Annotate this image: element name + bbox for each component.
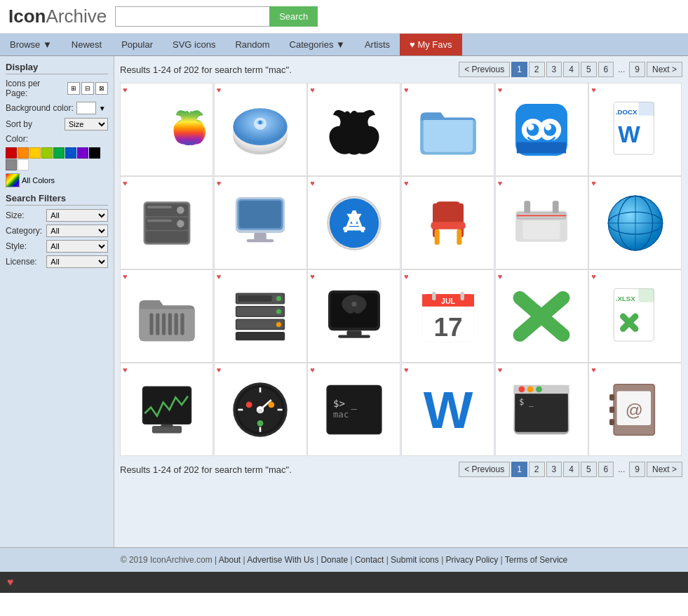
fav-heart-9[interactable]: ♥ xyxy=(310,179,315,187)
size-small-btn[interactable]: ⊞ xyxy=(67,82,80,95)
footer-link-terms[interactable]: Terms of Service xyxy=(505,555,567,565)
page-2-bottom[interactable]: 2 xyxy=(529,462,545,477)
nav-newest[interactable]: Newest xyxy=(62,34,112,55)
swatch-blue[interactable] xyxy=(65,147,76,159)
icon-cell-4[interactable]: ♥ xyxy=(401,83,494,176)
swatch-orange[interactable] xyxy=(18,147,29,159)
fav-heart-13[interactable]: ♥ xyxy=(123,272,128,281)
fav-heart-12[interactable]: ♥ xyxy=(591,179,596,187)
icon-cell-23[interactable]: ♥ $ _ xyxy=(495,363,588,456)
icon-cell-6[interactable]: ♥ .DOCX W xyxy=(588,83,682,176)
fav-heart-4[interactable]: ♥ xyxy=(404,86,409,94)
nav-random[interactable]: Random xyxy=(225,34,279,55)
icon-cell-5[interactable]: ♥ xyxy=(495,83,588,176)
license-filter-select[interactable]: All xyxy=(46,255,108,268)
page-1-top[interactable]: 1 xyxy=(511,62,527,77)
all-colors-row[interactable]: All Colors xyxy=(6,173,108,187)
icon-cell-20[interactable]: ♥ @ xyxy=(214,363,307,456)
fav-heart-2[interactable]: ♥ xyxy=(217,86,222,94)
swatch-purple[interactable] xyxy=(77,147,88,159)
page-6-bottom[interactable]: 6 xyxy=(598,462,614,477)
category-filter-select[interactable]: All xyxy=(46,225,108,237)
size-filter-select[interactable]: All1624324864128256512 xyxy=(46,209,108,222)
fav-heart-14[interactable]: ♥ xyxy=(217,272,222,281)
fav-heart-7[interactable]: ♥ xyxy=(123,179,128,187)
fav-heart-11[interactable]: ♥ xyxy=(498,179,503,187)
search-input[interactable]: mac xyxy=(115,6,269,27)
icon-cell-9[interactable]: ♥ A xyxy=(307,176,400,269)
fav-heart-21[interactable]: ♥ xyxy=(310,366,315,374)
footer-link-contact[interactable]: Contact xyxy=(355,555,384,565)
fav-heart-6[interactable]: ♥ xyxy=(591,86,596,94)
footer-link-advertise[interactable]: Advertise With Us xyxy=(247,555,313,565)
page-4-top[interactable]: 4 xyxy=(563,62,579,77)
fav-heart-18[interactable]: ♥ xyxy=(591,272,596,281)
icon-cell-2[interactable]: ♥ xyxy=(214,83,307,176)
footer-link-privacy[interactable]: Privacy Policy xyxy=(446,555,499,565)
swatch-white[interactable] xyxy=(18,159,29,170)
icon-cell-15[interactable]: ♥ xyxy=(307,269,400,363)
size-medium-btn[interactable]: ⊟ xyxy=(81,82,94,95)
fav-heart-5[interactable]: ♥ xyxy=(498,86,503,94)
fav-heart-16[interactable]: ♥ xyxy=(404,272,409,281)
page-4-bottom[interactable]: 4 xyxy=(563,462,579,477)
swatch-black[interactable] xyxy=(89,147,100,159)
page-5-bottom[interactable]: 5 xyxy=(581,462,597,477)
fav-heart-8[interactable]: ♥ xyxy=(217,179,222,187)
fav-heart-3[interactable]: ♥ xyxy=(310,86,315,94)
nav-myfavs[interactable]: ♥ My Favs xyxy=(400,34,461,55)
icon-cell-24[interactable]: ♥ @ xyxy=(588,363,682,456)
icon-cell-10[interactable]: ♥ xyxy=(401,176,494,269)
nav-popular[interactable]: Popular xyxy=(112,34,163,55)
fav-heart-23[interactable]: ♥ xyxy=(498,366,503,374)
fav-heart-24[interactable]: ♥ xyxy=(591,366,596,374)
icon-cell-22[interactable]: ♥ W xyxy=(401,363,494,456)
icon-cell-11[interactable]: ♥ xyxy=(495,176,588,269)
nav-artists[interactable]: Artists xyxy=(355,34,400,55)
icon-cell-19[interactable]: ♥ xyxy=(120,363,213,456)
fav-heart-22[interactable]: ♥ xyxy=(404,366,409,374)
icon-cell-3[interactable]: ♥ xyxy=(307,83,400,176)
bg-color-picker[interactable] xyxy=(76,102,96,114)
icon-cell-1[interactable]: ♥ xyxy=(120,83,213,176)
bg-color-arrow[interactable]: ▼ xyxy=(99,105,106,112)
page-5-top[interactable]: 5 xyxy=(581,62,597,77)
swatch-yellow[interactable] xyxy=(29,147,41,159)
fav-heart-17[interactable]: ♥ xyxy=(498,272,503,281)
page-1-bottom[interactable]: 1 xyxy=(511,462,527,477)
page-6-top[interactable]: 6 xyxy=(598,62,614,77)
style-filter-select[interactable]: All xyxy=(46,240,108,253)
icon-cell-7[interactable]: ♥ xyxy=(120,176,213,269)
prev-btn-bottom[interactable]: < Previous xyxy=(459,462,510,477)
page-9-top[interactable]: 9 xyxy=(629,62,645,77)
page-9-bottom[interactable]: 9 xyxy=(629,462,645,477)
nav-svg[interactable]: SVG icons xyxy=(163,34,225,55)
fav-heart-20[interactable]: ♥ xyxy=(217,366,222,374)
nav-browse[interactable]: Browse ▼ xyxy=(0,34,62,55)
fav-heart-15[interactable]: ♥ xyxy=(310,272,315,281)
page-3-top[interactable]: 3 xyxy=(546,62,562,77)
icon-cell-8[interactable]: ♥ xyxy=(214,176,307,269)
prev-btn-top[interactable]: < Previous xyxy=(459,62,510,77)
search-button[interactable]: Search xyxy=(269,6,318,27)
icon-cell-16[interactable]: ♥ JUL 17 xyxy=(401,269,494,363)
icon-cell-13[interactable]: ♥ xyxy=(120,269,213,363)
sort-select[interactable]: Size Name Date xyxy=(65,118,108,130)
icon-cell-21[interactable]: ♥ $> _ mac xyxy=(307,363,400,456)
icon-cell-12[interactable]: ♥ xyxy=(588,176,682,269)
page-3-bottom[interactable]: 3 xyxy=(546,462,562,477)
next-btn-bottom[interactable]: Next > xyxy=(647,462,682,477)
icon-cell-14[interactable]: ♥ xyxy=(214,269,307,363)
icon-cell-17[interactable]: ♥ xyxy=(495,269,588,363)
swatch-gray[interactable] xyxy=(6,159,17,170)
fav-heart-19[interactable]: ♥ xyxy=(123,366,128,374)
swatch-red[interactable] xyxy=(6,147,17,159)
size-large-btn[interactable]: ⊠ xyxy=(95,82,108,95)
icon-cell-18[interactable]: ♥ .XLSX xyxy=(588,269,682,363)
footer-link-donate[interactable]: Donate xyxy=(321,555,348,565)
nav-categories[interactable]: Categories ▼ xyxy=(280,34,355,55)
fav-heart-1[interactable]: ♥ xyxy=(123,86,128,94)
swatch-green[interactable] xyxy=(53,147,65,159)
bottom-heart-icon[interactable]: ♥ xyxy=(7,576,14,589)
footer-link-about[interactable]: About xyxy=(219,555,241,565)
